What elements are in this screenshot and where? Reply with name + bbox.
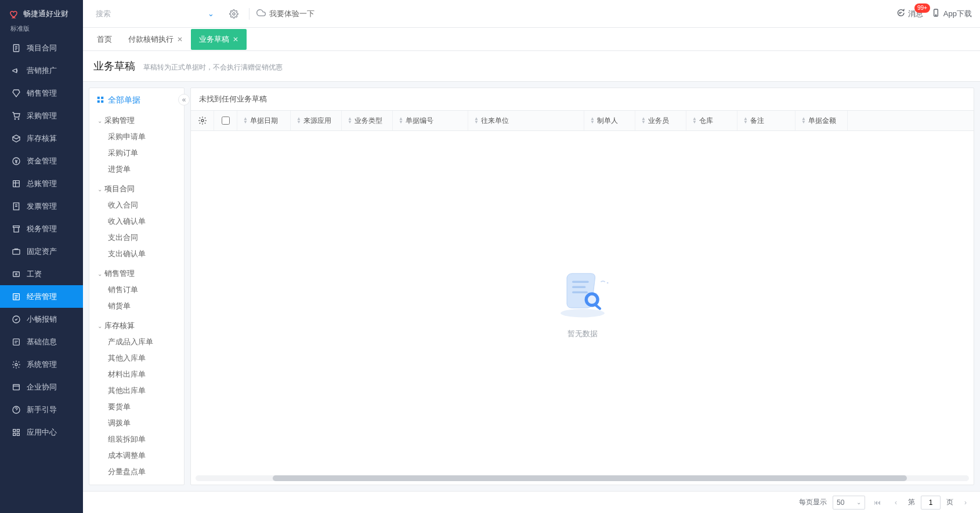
tree-group-title[interactable]: ⌄项目合同 [89,181,184,197]
search-dropdown[interactable]: 搜索 ⌄ [91,5,219,23]
column-header-remark[interactable]: ▲▼备注 [737,111,795,130]
close-icon[interactable]: ✕ [177,35,183,43]
tab[interactable]: 首页 [89,29,120,50]
topbar-right: 消息99+App下载 [896,8,972,19]
tree-item[interactable]: 产成品入库单 [89,334,184,350]
nav-item-ops[interactable]: 经营管理 [0,285,83,308]
column-header-source[interactable]: ▲▼来源应用 [291,111,342,130]
tree-item[interactable]: 其他入库单 [89,350,184,366]
nav-item-report[interactable]: 小畅报销 [0,308,83,330]
tree-group-title[interactable]: ⌄库存核算 [89,318,184,334]
column-header-biztype[interactable]: ▲▼业务类型 [342,111,393,130]
tree-item[interactable]: 采购订单 [89,145,184,161]
nav-item-info[interactable]: 基础信息 [0,330,83,353]
nav-item-ledger[interactable]: 总账管理 [0,172,83,195]
ledger-icon [12,179,21,188]
nav-item-system[interactable]: 系统管理 [0,353,83,376]
column-header-warehouse[interactable]: ▲▼仓库 [686,111,737,130]
column-label: 业务员 [648,116,669,126]
box-icon [12,134,21,143]
nav-item-diamond[interactable]: 销售管理 [0,82,83,104]
left-panel-header[interactable]: 全部单据 [89,88,184,109]
scrollbar-thumb[interactable] [273,475,907,481]
nav-item-tax[interactable]: 税务管理 [0,217,83,240]
nav-item-money[interactable]: 资金管理 [0,150,83,172]
tree-item[interactable]: 支出合同 [89,230,184,246]
tree-item[interactable]: 其他出库单 [89,383,184,399]
tab-label: 付款核销执行 [128,34,173,45]
sort-icon: ▲▼ [243,117,248,124]
tree-group-title[interactable]: ⌄采购管理 [89,112,184,129]
invoice-icon [12,202,21,211]
nav-item-asset[interactable]: 固定资产 [0,240,83,263]
select-all-checkbox[interactable] [222,117,230,125]
ops-icon [12,292,21,301]
tree-item[interactable]: 采购申请单 [89,129,184,145]
tree-item[interactable]: 进货单 [89,161,184,177]
pager-next-button[interactable]: › [959,496,972,509]
tree-group: ⌄项目合同收入合同收入确认单支出合同支出确认单 [89,177,184,262]
tree-item[interactable]: 要货单 [89,399,184,415]
page-subtitle: 草稿转为正式单据时，不会执行满赠促销优惠 [143,63,283,72]
empty-illustration-icon [551,267,614,319]
apps-icon [12,428,21,437]
topbar-download-button[interactable]: App下载 [931,8,972,19]
horizontal-scrollbar[interactable] [196,475,969,481]
svg-rect-25 [101,100,103,103]
tree-item[interactable]: 组装拆卸单 [89,431,184,447]
per-page-select[interactable]: 50 ⌄ [833,496,865,510]
tree-item[interactable]: 材料出库单 [89,366,184,383]
diamond-icon [12,89,21,98]
nav-item-label: 工资 [27,269,42,279]
pager-first-button[interactable]: ⏮ [871,496,884,509]
svg-rect-29 [572,286,585,288]
topbar-message-button[interactable]: 消息99+ [896,8,923,19]
tree-item[interactable]: 分量盘点单 [89,464,184,480]
nav-item-collab[interactable]: 企业协同 [0,376,83,398]
settings-icon[interactable] [226,6,242,22]
chevron-down-icon: ⌄ [97,186,102,192]
tree-item[interactable]: 成本调整单 [89,447,184,464]
nav-item-payroll[interactable]: 工资 [0,263,83,285]
tree-item[interactable]: 销售订单 [89,282,184,298]
nav-item-contract[interactable]: 项目合同 [0,37,83,59]
nav-item-megaphone[interactable]: 营销推广 [0,59,83,82]
nav-item-guide[interactable]: 新手引导 [0,398,83,421]
column-header-amount[interactable]: ▲▼单据金额 [795,111,848,130]
try-experience-button[interactable]: 我要体验一下 [256,8,314,19]
tree-item[interactable]: 支出确认单 [89,246,184,262]
nav-item-invoice[interactable]: 发票管理 [0,195,83,217]
tree-item[interactable]: 调拨单 [89,415,184,431]
svg-rect-16 [17,429,19,431]
tree-group-title[interactable]: ⌄销售管理 [89,265,184,282]
column-header-salesman[interactable]: ▲▼业务员 [635,111,686,130]
tree-item[interactable]: 销货单 [89,298,184,314]
column-label: 备注 [750,116,764,126]
badge: 99+ [914,3,930,13]
nav-item-label: 总账管理 [27,179,57,189]
tree-item[interactable]: 收入合同 [89,197,184,213]
tree-item[interactable]: 收入确认单 [89,213,184,230]
pagination-footer: 每页显示 50 ⌄ ⏮ ‹ 第 页 › [83,491,980,513]
column-header-partner[interactable]: ▲▼往来单位 [468,111,584,130]
close-icon[interactable]: ✕ [233,35,238,43]
column-header-docno[interactable]: ▲▼单据编号 [393,111,468,130]
nav-item-cart[interactable]: 采购管理 [0,104,83,127]
nav-item-apps[interactable]: 应用中心 [0,421,83,443]
tab-label: 业务草稿 [199,34,229,45]
tab[interactable]: 业务草稿✕ [191,29,247,50]
page-number-input[interactable] [921,496,941,510]
main: 搜索 ⌄ 我要体验一下 消息99+App下载 首页付款核销执行✕业务草稿✕ 业务… [83,0,980,513]
nav-item-label: 小畅报销 [27,314,57,325]
brand-subtitle: 标准版 [0,24,83,33]
nav-item-box[interactable]: 库存核算 [0,127,83,150]
pager-prev-button[interactable]: ‹ [889,496,902,509]
chevron-down-icon: ⌄ [856,499,861,505]
collapse-panel-button[interactable]: « [178,94,190,105]
empty-result-message: 未找到任何业务草稿 [191,88,974,110]
column-header-date[interactable]: ▲▼单据日期 [237,111,291,130]
column-header-maker[interactable]: ▲▼制单人 [584,111,635,130]
svg-rect-24 [97,100,100,103]
table-settings-button[interactable] [191,111,214,130]
tab[interactable]: 付款核销执行✕ [120,29,191,50]
